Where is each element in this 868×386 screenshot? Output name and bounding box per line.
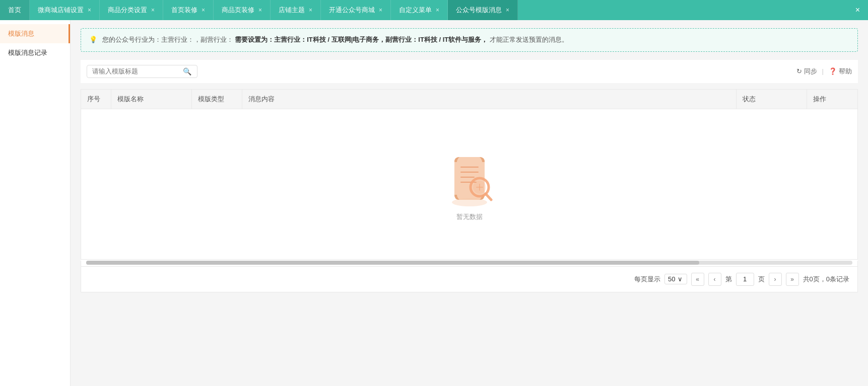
nav-item-product-decor[interactable]: 商品页装修 ×	[214, 0, 271, 20]
nav-item-menu[interactable]: 自定义菜单 ×	[391, 0, 448, 20]
close-icon[interactable]: ×	[379, 7, 382, 14]
sidebar-item-template-msg-log[interactable]: 模版消息记录	[0, 43, 70, 62]
per-page-select[interactable]: 50 ∨	[664, 274, 687, 284]
close-icon[interactable]: ×	[151, 7, 155, 14]
first-page-button[interactable]: «	[691, 273, 704, 286]
help-icon: ❓	[829, 67, 837, 75]
total-info: 共0页，0条记录	[803, 275, 849, 284]
nav-item-theme[interactable]: 店铺主题 ×	[271, 0, 321, 20]
page-suffix-label: 页	[758, 275, 765, 284]
help-button[interactable]: ❓ 帮助	[829, 67, 852, 76]
close-icon[interactable]: ×	[309, 7, 312, 14]
prev-page-button[interactable]: ‹	[708, 273, 721, 286]
nav-item-category[interactable]: 商品分类设置 ×	[100, 0, 163, 20]
main-layout: 模版消息 模版消息记录 💡 您的公众号行业为：主营行业：，副营行业： 需要设置为…	[0, 20, 868, 386]
th-name: 模版名称	[111, 90, 192, 109]
empty-text: 暂无数据	[456, 212, 483, 221]
dropdown-arrow-icon: ∨	[678, 275, 683, 283]
close-icon[interactable]: ×	[88, 7, 91, 14]
content-area: 💡 您的公众号行业为：主营行业：，副营行业： 需要设置为：主营行业：IT科技 /…	[71, 20, 868, 386]
sidebar-item-template-msg[interactable]: 模版消息	[0, 24, 70, 43]
data-table: 序号 模版名称 模版类型 消息内容 状态 操作	[81, 89, 858, 292]
next-page-button[interactable]: ›	[769, 273, 782, 286]
nav-item-shop-settings[interactable]: 微商城店铺设置 ×	[30, 0, 100, 20]
lightbulb-icon: 💡	[89, 36, 97, 43]
th-action: 操作	[807, 90, 857, 109]
sidebar: 模版消息 模版消息记录	[0, 20, 71, 386]
scrollbar-thumb[interactable]	[86, 261, 699, 265]
table-body: 暂无数据	[81, 109, 858, 260]
th-content: 消息内容	[242, 90, 737, 109]
per-page-value: 50	[668, 275, 675, 283]
sync-button[interactable]: ↻ 同步	[796, 67, 817, 76]
close-icon[interactable]: ×	[506, 7, 509, 14]
close-icon[interactable]: ×	[258, 7, 262, 14]
last-page-button[interactable]: »	[786, 273, 799, 286]
th-index: 序号	[81, 90, 111, 109]
nav-item-template-msg[interactable]: 公众号模版消息 ×	[448, 0, 518, 20]
top-navigation: 首页 微商城店铺设置 × 商品分类设置 × 首页装修 × 商品页装修 × 店铺主…	[0, 0, 868, 20]
close-all-button[interactable]: ×	[847, 6, 868, 15]
toolbar-right: ↻ 同步 | ❓ 帮助	[796, 67, 852, 76]
search-input-wrap[interactable]: 🔍	[87, 65, 197, 78]
horizontal-scrollbar[interactable]	[81, 261, 858, 267]
empty-state: 暂无数据	[437, 132, 502, 237]
search-bar: 🔍 ↻ 同步 | ❓ 帮助	[81, 60, 858, 83]
refresh-icon: ↻	[796, 67, 802, 75]
divider: |	[822, 67, 824, 75]
nav-item-home[interactable]: 首页	[0, 0, 30, 20]
svg-line-7	[486, 194, 491, 200]
close-icon[interactable]: ×	[436, 7, 439, 14]
search-icon[interactable]: 🔍	[183, 67, 191, 75]
search-input[interactable]	[92, 67, 183, 75]
empty-illustration	[437, 147, 502, 212]
close-icon[interactable]: ×	[202, 7, 205, 14]
th-type: 模版类型	[192, 90, 242, 109]
notice-box: 💡 您的公众号行业为：主营行业：，副营行业： 需要设置为：主营行业：IT科技 /…	[81, 28, 858, 52]
per-page-label: 每页显示	[634, 275, 660, 284]
scrollbar-track[interactable]	[86, 261, 852, 265]
table-header: 序号 模版名称 模版类型 消息内容 状态 操作	[81, 89, 858, 109]
pagination: 每页显示 50 ∨ « ‹ 第 页 › »	[81, 267, 858, 292]
page-prefix-label: 第	[725, 275, 732, 284]
nav-item-mall[interactable]: 开通公众号商城 ×	[321, 0, 391, 20]
th-status: 状态	[737, 90, 807, 109]
nav-item-home-decor[interactable]: 首页装修 ×	[163, 0, 214, 20]
page-input[interactable]	[736, 273, 754, 286]
